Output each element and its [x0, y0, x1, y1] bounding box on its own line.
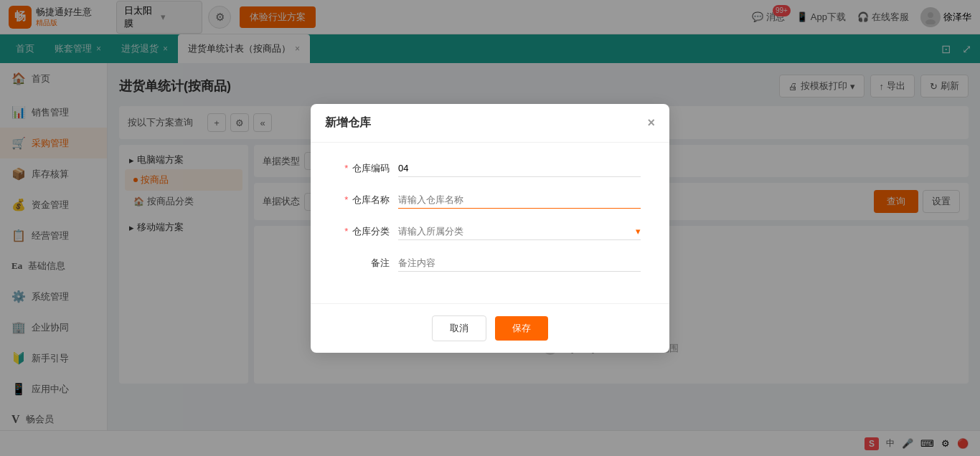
save-button[interactable]: 保存	[495, 316, 548, 341]
name-label: * 仓库名称	[339, 194, 390, 206]
note-input[interactable]	[398, 255, 641, 272]
category-chevron-icon[interactable]: ▾	[636, 226, 641, 237]
code-field-row: * 仓库编码	[339, 160, 641, 177]
required-star: *	[344, 163, 348, 174]
modal-overlay[interactable]: 新增仓库 × * 仓库编码 * 仓库名称	[0, 0, 980, 456]
name-input[interactable]	[398, 191, 641, 209]
category-select-wrap: ▾	[398, 223, 641, 240]
category-input[interactable]	[398, 226, 636, 237]
name-field-row: * 仓库名称	[339, 191, 641, 209]
cancel-button[interactable]: 取消	[432, 315, 486, 341]
note-label: 备注	[339, 257, 390, 270]
modal-body: * 仓库编码 * 仓库名称 * 仓库分类	[311, 143, 669, 303]
required-star-2: *	[344, 194, 348, 205]
modal-close-button[interactable]: ×	[647, 115, 655, 130]
required-star-3: *	[344, 226, 348, 237]
code-input[interactable]	[398, 160, 641, 177]
category-label: * 仓库分类	[339, 225, 390, 238]
modal-footer: 取消 保存	[311, 303, 669, 353]
new-warehouse-modal: 新增仓库 × * 仓库编码 * 仓库名称	[311, 104, 669, 353]
category-field-row: * 仓库分类 ▾	[339, 223, 641, 240]
modal-title: 新增仓库	[325, 115, 371, 130]
note-field-row: 备注	[339, 255, 641, 272]
modal-header: 新增仓库 ×	[311, 104, 669, 143]
code-label: * 仓库编码	[339, 162, 390, 175]
